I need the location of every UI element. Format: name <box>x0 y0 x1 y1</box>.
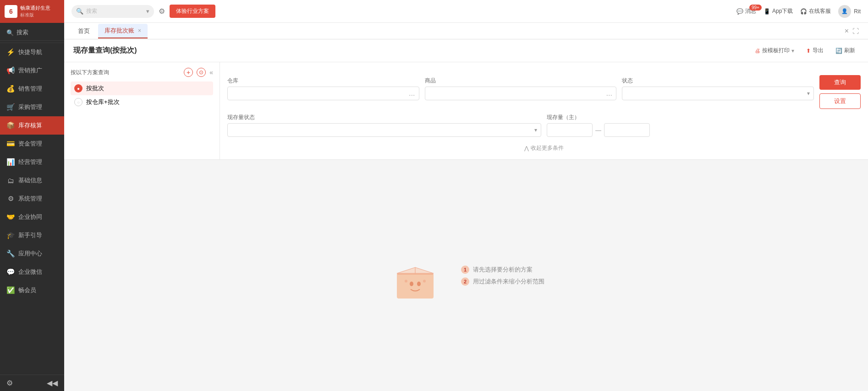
sidebar-item-marketing[interactable]: 📢 营销推广 <box>0 61 64 80</box>
hint-num-2: 2 <box>461 277 469 286</box>
filter-row-2: 现存量状态 ▾ 现存量（主） — <box>227 114 861 137</box>
sidebar-item-purchase[interactable]: 🛒 采购管理 <box>0 98 64 116</box>
collapse-more-btn[interactable]: ⋀ 收起更多条件 <box>227 141 861 154</box>
tab-inventory-batch[interactable]: 库存批次账 × <box>98 24 148 38</box>
empty-hint-1: 1 请先选择要分析的方案 <box>461 266 533 274</box>
empty-hints: 1 请先选择要分析的方案 2 用过滤条件来缩小分析范围 <box>461 266 544 286</box>
inventory-qty-min[interactable] <box>547 123 593 137</box>
close-panel-btn[interactable]: × <box>845 27 849 35</box>
filter-row-1: 仓库 … 商品 … <box>227 68 861 109</box>
sidebar-item-enterprise[interactable]: 🤝 企业协同 <box>0 208 64 226</box>
panel-expand-icon[interactable]: ⛶ <box>852 27 859 35</box>
phone-icon: 📱 <box>764 8 770 15</box>
sidebar-item-quick-nav[interactable]: ⚡ 快捷导航 <box>0 43 64 61</box>
topbar-settings-icon[interactable]: ⚙ <box>159 7 165 16</box>
finance-icon: 💳 <box>6 140 15 148</box>
topbar-dropdown-icon[interactable]: ▾ <box>146 8 149 15</box>
warehouse-more-icon[interactable]: … <box>409 90 415 97</box>
sidebar-item-basic[interactable]: 🗂 基础信息 <box>0 171 64 190</box>
sidebar-collapse-icon[interactable]: ◀◀ <box>47 379 58 387</box>
topbar-search-icon: 🔍 <box>76 8 83 15</box>
app-download-btn[interactable]: 📱 App下载 <box>764 7 793 15</box>
tab-home-label: 首页 <box>78 27 90 35</box>
scheme-item-batch[interactable]: ● 按批次 <box>71 81 213 95</box>
app-subtitle: 标准版 <box>20 12 50 18</box>
sidebar-item-member[interactable]: ✅ 畅会员 <box>0 281 64 299</box>
svg-point-4 <box>410 282 413 286</box>
scheme-batch-label: 按批次 <box>86 84 104 92</box>
svg-rect-0 <box>397 273 434 299</box>
query-btn[interactable]: 查询 <box>819 75 861 90</box>
marketing-icon: 📢 <box>6 66 15 75</box>
enterprise-icon: 🤝 <box>6 213 15 221</box>
main-content: 🔍 搜索 ▾ ⚙ 体验行业方案 💬 消息 99+ 📱 App下载 🎧 在线客服 <box>64 0 868 391</box>
print-dropdown-icon[interactable]: ▾ <box>791 48 794 54</box>
export-btn[interactable]: ⬆ 导出 <box>802 45 827 56</box>
sidebar-item-label: 基础信息 <box>18 176 42 185</box>
filter-buttons: 查询 设置 <box>819 68 861 109</box>
sidebar-item-operations[interactable]: 📊 经营管理 <box>0 153 64 171</box>
page-header: 现存量查询(按批次) 🖨 按模板打印 ▾ ⬆ 导出 🔄 刷新 <box>64 39 868 62</box>
scheme-item-warehouse-batch[interactable]: ○ 按仓库+批次 <box>71 95 213 109</box>
print-btn[interactable]: 🖨 按模板打印 ▾ <box>751 45 798 56</box>
sidebar-settings-icon[interactable]: ⚙ <box>6 379 13 387</box>
settings-btn[interactable]: 设置 <box>819 93 861 109</box>
scheme-add-btn[interactable]: + <box>184 68 193 77</box>
quick-nav-icon: ⚡ <box>6 48 15 56</box>
sidebar-item-inventory[interactable]: 📦 库存核算 <box>0 116 64 135</box>
scheme-collapse-btn[interactable]: « <box>209 69 213 76</box>
export-icon: ⬆ <box>806 48 811 54</box>
warehouse-input-wrapper[interactable]: … <box>227 87 419 100</box>
sidebar-item-label: 营销推广 <box>18 66 42 75</box>
sidebar-item-label: 系统管理 <box>18 195 42 203</box>
online-service-btn[interactable]: 🎧 在线客服 <box>800 7 831 15</box>
range-separator: — <box>595 127 601 134</box>
messages-btn[interactable]: 💬 消息 99+ <box>736 7 756 15</box>
user-avatar: 👤 <box>838 5 851 18</box>
filter-fields-panel: 仓库 … 商品 … <box>220 62 868 159</box>
app-download-label: App下载 <box>772 7 793 15</box>
warehouse-input[interactable] <box>231 90 407 97</box>
page-title: 现存量查询(按批次) <box>73 46 137 55</box>
sidebar-item-label: 采购管理 <box>18 103 42 111</box>
sidebar-item-newuser[interactable]: 🎓 新手引导 <box>0 226 64 244</box>
goods-input-wrapper[interactable]: … <box>425 87 617 100</box>
print-label: 按模板打印 <box>762 47 790 54</box>
sidebar: 6 畅康通好生意 标准版 🔍 搜索 ⚡ 快捷导航 📢 营销推广 💰 销售管理 🛒… <box>0 0 64 391</box>
inventory-status-select[interactable]: ▾ <box>227 123 541 137</box>
goods-more-icon[interactable]: … <box>606 90 612 97</box>
user-profile-btn[interactable]: 👤 Rit <box>838 5 861 18</box>
goods-input[interactable] <box>429 90 604 97</box>
refresh-btn[interactable]: 🔄 刷新 <box>832 45 859 56</box>
status-select[interactable]: ▾ <box>622 87 814 100</box>
sidebar-search-btn[interactable]: 🔍 搜索 <box>0 25 64 41</box>
tab-home[interactable]: 首页 <box>71 24 96 38</box>
sidebar-item-finance[interactable]: 💳 资金管理 <box>0 135 64 153</box>
sidebar-item-system[interactable]: ⚙ 系统管理 <box>0 190 64 208</box>
topbar-right: 💬 消息 99+ 📱 App下载 🎧 在线客服 👤 Rit <box>736 5 861 18</box>
sidebar-item-sales[interactable]: 💰 销售管理 <box>0 80 64 98</box>
filter-scheme-panel: 按以下方案查询 + ⊙ « ● 按批次 <box>64 62 220 159</box>
experience-btn[interactable]: 体验行业方案 <box>170 5 215 18</box>
hint-text-2: 用过滤条件来缩小分析范围 <box>473 277 544 286</box>
topbar-search-placeholder: 搜索 <box>86 7 97 15</box>
status-dropdown-arrow: ▾ <box>807 90 810 97</box>
newuser-icon: 🎓 <box>6 231 15 239</box>
operations-icon: 📊 <box>6 158 15 166</box>
sidebar-item-label: 经营管理 <box>18 158 42 166</box>
tabbar: 首页 库存批次账 × × ⛶ <box>64 23 868 39</box>
refresh-icon: 🔄 <box>835 48 842 54</box>
empty-state: 1 请先选择要分析的方案 2 用过滤条件来缩小分析范围 <box>64 160 868 391</box>
filter-scheme-title: 按以下方案查询 + ⊙ « <box>71 68 213 77</box>
wechat-icon: 💬 <box>6 268 15 276</box>
sidebar-item-wechat[interactable]: 💬 企业微信 <box>0 263 64 281</box>
scheme-settings-btn[interactable]: ⊙ <box>197 68 206 77</box>
sidebar-item-label: 销售管理 <box>18 85 42 93</box>
inventory-qty-max[interactable] <box>604 123 650 137</box>
service-icon: 🎧 <box>800 8 807 15</box>
sidebar-item-label: 企业微信 <box>18 268 42 276</box>
tab-active-label: 库存批次账 <box>104 27 134 35</box>
content-area: 现存量查询(按批次) 🖨 按模板打印 ▾ ⬆ 导出 🔄 刷新 <box>64 39 868 391</box>
sidebar-item-appcenter[interactable]: 🔧 应用中心 <box>0 244 64 263</box>
tab-close-icon[interactable]: × <box>138 27 141 34</box>
